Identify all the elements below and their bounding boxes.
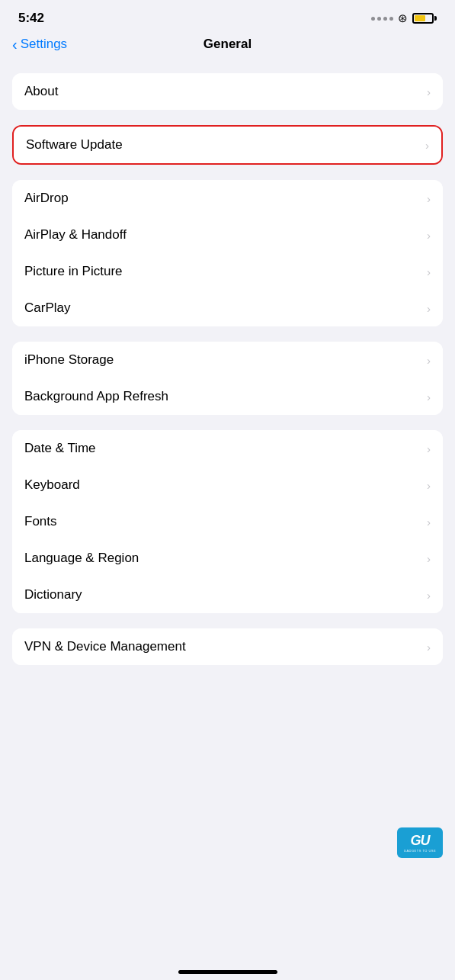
list-item-label-keyboard: Keyboard [24, 477, 80, 493]
section-language: Date & Time›Keyboard›Fonts›Language & Re… [12, 430, 443, 613]
chevron-icon-dictionary: › [427, 589, 431, 602]
list-item-label-date-time: Date & Time [24, 441, 96, 456]
list-item-label-fonts: Fonts [24, 514, 57, 529]
watermark: GU GADGETS TO USE [397, 827, 443, 858]
chevron-icon-background-app-refresh: › [427, 390, 431, 403]
list-item-software-update[interactable]: Software Update› [14, 127, 441, 163]
chevron-icon-software-update: › [425, 139, 429, 152]
list-item-carplay[interactable]: CarPlay› [12, 290, 443, 326]
settings-content: About›Software Update›AirDrop›AirPlay & … [0, 61, 455, 692]
list-item-label-software-update: Software Update [26, 137, 123, 153]
back-chevron-icon: ‹ [12, 37, 18, 52]
section-about: About› [12, 73, 443, 110]
list-item-background-app-refresh[interactable]: Background App Refresh› [12, 378, 443, 415]
list-item-language-region[interactable]: Language & Region› [12, 540, 443, 577]
battery-icon [412, 13, 437, 24]
list-item-fonts[interactable]: Fonts› [12, 503, 443, 540]
chevron-icon-carplay: › [427, 302, 431, 315]
list-item-vpn-device-management[interactable]: VPN & Device Management› [12, 628, 443, 665]
list-item-label-picture-in-picture: Picture in Picture [24, 264, 123, 279]
list-item-dictionary[interactable]: Dictionary› [12, 577, 443, 613]
list-item-label-language-region: Language & Region [24, 551, 139, 566]
list-item-label-dictionary: Dictionary [24, 587, 82, 602]
list-item-label-airplay-handoff: AirPlay & Handoff [24, 227, 127, 243]
list-item-label-airdrop: AirDrop [24, 191, 69, 206]
list-item-iphone-storage[interactable]: iPhone Storage› [12, 342, 443, 378]
list-item-airplay-handoff[interactable]: AirPlay & Handoff› [12, 217, 443, 253]
section-vpn: VPN & Device Management› [12, 628, 443, 665]
chevron-icon-picture-in-picture: › [427, 265, 431, 278]
nav-bar: ‹ Settings General [0, 31, 455, 61]
chevron-icon-vpn-device-management: › [427, 641, 431, 654]
signal-icon [371, 17, 393, 21]
chevron-icon-language-region: › [427, 552, 431, 565]
list-item-about[interactable]: About› [12, 73, 443, 110]
list-item-label-carplay: CarPlay [24, 300, 70, 316]
back-label: Settings [21, 37, 67, 52]
watermark-sub: GADGETS TO USE [404, 849, 436, 853]
section-software-update: Software Update› [12, 125, 443, 165]
chevron-icon-airplay-handoff: › [427, 229, 431, 242]
chevron-icon-about: › [427, 85, 431, 98]
wifi-icon: ⊛ [398, 11, 408, 25]
chevron-icon-keyboard: › [427, 479, 431, 492]
page-title: General [203, 37, 252, 52]
list-item-label-about: About [24, 84, 58, 99]
watermark-text: GU [411, 833, 430, 849]
chevron-icon-airdrop: › [427, 192, 431, 205]
list-item-airdrop[interactable]: AirDrop› [12, 180, 443, 217]
home-indicator [178, 970, 277, 974]
list-item-label-iphone-storage: iPhone Storage [24, 352, 114, 368]
status-bar: 5:42 ⊛ [0, 0, 455, 31]
chevron-icon-fonts: › [427, 516, 431, 529]
list-item-keyboard[interactable]: Keyboard› [12, 467, 443, 503]
list-item-label-vpn-device-management: VPN & Device Management [24, 639, 186, 654]
back-button[interactable]: ‹ Settings [12, 37, 67, 52]
section-connectivity: AirDrop›AirPlay & Handoff›Picture in Pic… [12, 180, 443, 326]
status-icons: ⊛ [371, 11, 437, 25]
section-storage: iPhone Storage›Background App Refresh› [12, 342, 443, 415]
list-item-date-time[interactable]: Date & Time› [12, 430, 443, 467]
status-time: 5:42 [18, 11, 44, 26]
list-item-label-background-app-refresh: Background App Refresh [24, 389, 168, 404]
chevron-icon-date-time: › [427, 442, 431, 455]
chevron-icon-iphone-storage: › [427, 354, 431, 367]
list-item-picture-in-picture[interactable]: Picture in Picture› [12, 253, 443, 290]
